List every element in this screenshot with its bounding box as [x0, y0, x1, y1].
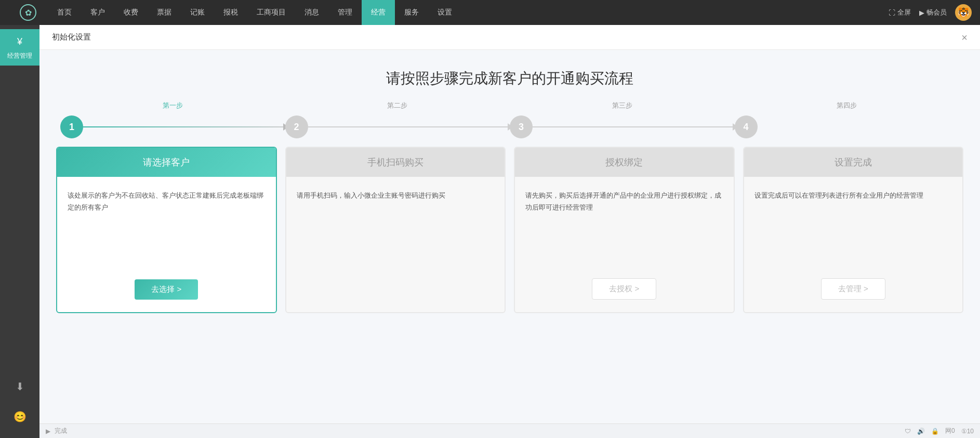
step-circle-row-1: 1 — [60, 115, 285, 138]
card-header-1: 请选择客户 — [57, 148, 276, 177]
nav-bookkeep[interactable]: 记账 — [181, 0, 214, 25]
step-card-4: 设置完成 设置完成后可以在管理列表进行所有企业用户的经营管理 去管理 > — [743, 147, 964, 313]
step-circle-3: 3 — [510, 115, 533, 138]
step-col-1: 第一步 1 — [60, 101, 285, 138]
play-icon: ▶ — [919, 9, 924, 17]
step-card-3: 授权绑定 请先购买，购买后选择开通的产品中的企业用户进行授权绑定，成功后即可进行… — [514, 147, 735, 313]
nav-business[interactable]: 工商项目 — [247, 0, 295, 25]
play-triangle-icon: ▶ — [46, 428, 50, 435]
go-manage-button[interactable]: 去管理 > — [821, 278, 885, 300]
step-circle-2: 2 — [285, 115, 308, 138]
yuan-icon: ¥ — [12, 35, 27, 49]
panel-body: 请按照步骤完成新客户的开通购买流程 第一步 1 第二步 — [39, 50, 980, 423]
sidebar-support-button[interactable]: 😊 — [0, 404, 39, 430]
sidebar: ¥ 经营管理 ⬇ 😊 — [0, 25, 39, 438]
logo-area: ✿ — [8, 4, 48, 21]
fullscreen-label: 全屏 — [897, 8, 911, 17]
step-circle-row-4: 4 — [735, 115, 960, 138]
step-label-4: 第四步 — [837, 101, 857, 110]
panel-header: 初始化设置 × — [39, 25, 980, 50]
logo-icon: ✿ — [20, 4, 36, 21]
sidebar-bottom: ⬇ 😊 — [0, 373, 39, 438]
fullscreen-button[interactable]: ⛶ 全屏 — [889, 8, 911, 17]
cards-row: 请选择客户 该处展示的客户为不在回收站、客户状态正常建账后完成老板端绑定的所有客… — [56, 147, 963, 313]
network-status: 网0 — [945, 427, 955, 435]
step-line-2 — [308, 126, 510, 127]
nav-tax[interactable]: 报税 — [214, 0, 247, 25]
step-label-3: 第三步 — [612, 101, 632, 110]
sidebar-download-button[interactable]: ⬇ — [0, 373, 39, 400]
nav-ticket[interactable]: 票据 — [148, 0, 181, 25]
steps-row: 第一步 1 第二步 2 — [56, 101, 963, 138]
card-header-4: 设置完成 — [744, 148, 963, 177]
nav-service[interactable]: 服务 — [395, 0, 428, 25]
sidebar-item-operation[interactable]: ¥ 经营管理 — [0, 29, 39, 66]
step-col-2: 第二步 2 — [285, 101, 510, 138]
nav-manage[interactable]: 管理 — [328, 0, 362, 25]
nav-fee[interactable]: 收费 — [114, 0, 148, 25]
nav-home[interactable]: 首页 — [48, 0, 81, 25]
volume-icon: 🔊 — [917, 428, 925, 435]
page-heading: 请按照步骤完成新客户的开通购买流程 — [56, 50, 963, 101]
member-button[interactable]: ▶ 畅会员 — [919, 8, 947, 17]
step-card-2: 手机扫码购买 请用手机扫码，输入小微企业主账号密码进行购买 — [285, 147, 506, 313]
fullscreen-icon: ⛶ — [889, 9, 895, 17]
top-navigation: ✿ 首页 客户 收费 票据 记账 报税 工商项目 消息 管理 经营 服务 设置 … — [0, 0, 980, 25]
nav-right-area: ⛶ 全屏 ▶ 畅会员 🐯 — [889, 4, 972, 21]
step-col-3: 第三步 3 — [510, 101, 735, 138]
go-select-button[interactable]: 去选择 > — [135, 279, 198, 300]
nav-menu: 首页 客户 收费 票据 记账 报税 工商项目 消息 管理 经营 服务 设置 — [48, 0, 889, 25]
step-col-4: 第四步 4 — [735, 101, 960, 138]
step-line-1 — [83, 126, 285, 127]
nav-customer[interactable]: 客户 — [81, 0, 114, 25]
status-label: 完成 — [55, 427, 67, 435]
card-header-3: 授权绑定 — [515, 148, 734, 177]
sidebar-item-label: 经营管理 — [7, 51, 32, 60]
user-avatar[interactable]: 🐯 — [955, 4, 972, 21]
card-footer-4: 去管理 > — [744, 270, 963, 312]
shield-icon: 🛡 — [905, 428, 911, 435]
close-button[interactable]: × — [961, 32, 968, 43]
card-header-2: 手机扫码购买 — [286, 148, 505, 177]
card-body-2: 请用手机扫码，输入小微企业主账号密码进行购买 — [286, 177, 505, 291]
step-card-1: 请选择客户 该处展示的客户为不在回收站、客户状态正常建账后完成老板端绑定的所有客… — [56, 147, 277, 313]
card-body-4: 设置完成后可以在管理列表进行所有企业用户的经营管理 — [744, 177, 963, 270]
status-bar: ▶ 完成 🛡 🔊 🔒 网0 ①10 — [39, 423, 980, 438]
step-label-1: 第一步 — [163, 101, 183, 110]
panel-title: 初始化设置 — [52, 32, 91, 42]
main-layout: ¥ 经营管理 ⬇ 😊 初始化设置 × 请按照步骤完成新客户的开通购买流程 第一步 — [0, 25, 980, 438]
step-line-3 — [533, 126, 735, 127]
step-circle-1: 1 — [60, 115, 83, 138]
nav-message[interactable]: 消息 — [295, 0, 328, 25]
content-area: 初始化设置 × 请按照步骤完成新客户的开通购买流程 第一步 1 — [39, 25, 980, 438]
card-footer-2 — [286, 291, 505, 312]
card-body-1: 该处展示的客户为不在回收站、客户状态正常建账后完成老板端绑定的所有客户 — [57, 177, 276, 271]
notification-count: ①10 — [961, 428, 974, 435]
status-left: ▶ 完成 — [46, 427, 67, 435]
step-label-2: 第二步 — [387, 101, 407, 110]
card-footer-3: 去授权 > — [515, 270, 734, 312]
card-body-3: 请先购买，购买后选择开通的产品中的企业用户进行授权绑定，成功后即可进行经营管理 — [515, 177, 734, 270]
go-authorize-button[interactable]: 去授权 > — [592, 278, 656, 300]
card-footer-1: 去选择 > — [57, 271, 276, 312]
lock-icon: 🔒 — [931, 428, 939, 435]
nav-operation[interactable]: 经营 — [362, 0, 395, 25]
status-right: 🛡 🔊 🔒 网0 ①10 — [905, 427, 974, 435]
nav-settings[interactable]: 设置 — [428, 0, 461, 25]
step-circle-row-2: 2 — [285, 115, 510, 138]
member-label: 畅会员 — [926, 8, 947, 17]
step-circle-row-3: 3 — [510, 115, 735, 138]
step-circle-4: 4 — [735, 115, 758, 138]
